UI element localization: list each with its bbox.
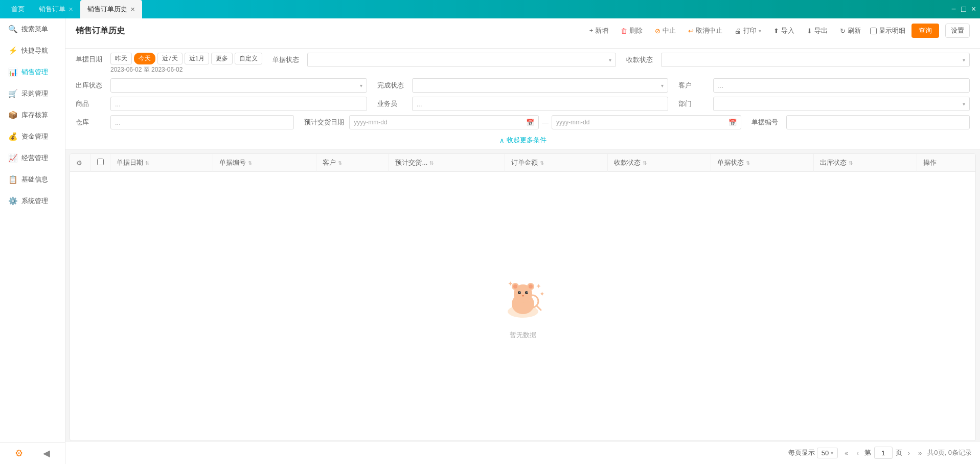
- date-btn-7days[interactable]: 近7天: [157, 53, 183, 64]
- svg-point-9: [519, 292, 520, 293]
- operations-icon: 📈: [8, 153, 17, 163]
- basic-info-icon: 📋: [8, 175, 17, 184]
- sidebar-item-sales-mgmt[interactable]: 📊 销售管理: [0, 61, 65, 83]
- import-button[interactable]: ⬆ 导入: [770, 24, 797, 37]
- sidebar-item-basic-info[interactable]: 📋 基础信息: [0, 169, 65, 190]
- warehouse-filter: 仓库 ...: [76, 115, 294, 129]
- svg-point-8: [525, 291, 528, 294]
- new-button[interactable]: + 新增: [586, 24, 611, 37]
- empty-illustration: ✦ ✦ ✦: [497, 273, 549, 324]
- completion-status-arrow-icon: ▾: [661, 83, 664, 89]
- col-payment-status-sort[interactable]: 收款状态 ⇅: [614, 158, 704, 167]
- department-select[interactable]: ▾: [713, 97, 970, 111]
- cancel-stop-button[interactable]: ↩ 取消中止: [685, 24, 725, 37]
- next-page-button[interactable]: ›: [905, 448, 913, 458]
- salesperson-input[interactable]: ...: [412, 97, 669, 111]
- tab-sales-order-history-close[interactable]: ✕: [130, 6, 135, 13]
- first-page-button[interactable]: «: [842, 448, 851, 458]
- filter-row-3: 商品 ... 业务员 ... 部门 ▾: [76, 97, 970, 111]
- delivery-date-end[interactable]: yyyy-mm-dd 📅: [552, 115, 741, 129]
- sidebar-item-finance[interactable]: 💰 资金管理: [0, 126, 65, 147]
- date-btn-1month[interactable]: 近1月: [185, 53, 210, 64]
- sidebar-collapse-icon[interactable]: ◀: [43, 448, 50, 459]
- display-detail-checkbox[interactable]: 显示明细: [870, 26, 905, 35]
- select-all-checkbox[interactable]: [97, 159, 104, 165]
- page-size-arrow-icon: ▾: [831, 450, 833, 456]
- display-detail-check[interactable]: [870, 28, 877, 34]
- customer-input[interactable]: ...: [713, 78, 970, 93]
- delivery-status-label: 出库状态: [76, 81, 106, 90]
- maximize-btn[interactable]: □: [961, 5, 966, 14]
- sidebar-item-purchase-mgmt[interactable]: 🛒 采购管理: [0, 83, 65, 104]
- completion-status-select[interactable]: ▾: [412, 78, 669, 93]
- order-number-filter: 单据编号: [751, 115, 970, 129]
- prev-page-button[interactable]: ‹: [854, 448, 861, 458]
- col-number-sort[interactable]: 单据编号 ⇅: [219, 158, 310, 167]
- col-customer-sort[interactable]: 客户 ⇅: [323, 158, 383, 167]
- order-status-select[interactable]: ▾: [307, 53, 616, 67]
- sidebar-item-search-menu[interactable]: 🔍 搜索菜单: [0, 18, 65, 40]
- refresh-button[interactable]: ↻ 刷新: [837, 24, 864, 37]
- sidebar-item-system-mgmt[interactable]: ⚙️ 系统管理: [0, 190, 65, 212]
- customer-label: 客户: [678, 81, 709, 90]
- svg-point-11: [522, 295, 524, 296]
- tab-home[interactable]: 首页: [4, 0, 32, 18]
- date-filter: 单据日期 昨天 今天 近7天 近1月 更多 自定义 2023-06-02 至 2…: [76, 53, 262, 74]
- settings-button[interactable]: 设置: [945, 24, 970, 38]
- export-button[interactable]: ⬇ 导出: [804, 24, 831, 37]
- col-order-status: 单据状态 ⇅: [711, 154, 814, 172]
- col-expected-delivery-sort-icon: ⇅: [429, 160, 434, 166]
- tab-sales-order-history[interactable]: 销售订单历史 ✕: [80, 0, 142, 18]
- system-mgmt-icon: ⚙️: [8, 196, 17, 206]
- calendar-start-icon: 📅: [526, 119, 534, 126]
- col-order-amount-sort-icon: ⇅: [540, 160, 544, 166]
- collapse-bar[interactable]: ∧ 收起更多条件: [76, 134, 970, 147]
- inventory-icon: 📦: [8, 111, 17, 120]
- date-btn-custom[interactable]: 自定义: [235, 53, 262, 64]
- order-number-input[interactable]: [786, 115, 970, 129]
- col-order-amount-sort[interactable]: 订单金额 ⇅: [511, 158, 602, 167]
- date-filter-label: 单据日期: [76, 53, 106, 64]
- minimize-btn[interactable]: −: [951, 5, 956, 14]
- sidebar-item-inventory[interactable]: 📦 库存核算: [0, 104, 65, 126]
- filter-row-4: 仓库 ... 预计交货日期 yyyy-mm-dd 📅 — yyyy: [76, 115, 970, 129]
- tab-sales-order-close[interactable]: ✕: [69, 6, 73, 13]
- date-btn-today[interactable]: 今天: [134, 53, 155, 64]
- col-expected-delivery-sort[interactable]: 预计交货... ⇅: [395, 158, 498, 167]
- date-btn-more[interactable]: 更多: [211, 53, 233, 64]
- total-records-text: 共0页, 0条记录: [927, 448, 972, 457]
- date-btn-yesterday[interactable]: 昨天: [110, 53, 132, 64]
- delivery-date-start[interactable]: yyyy-mm-dd 📅: [349, 115, 539, 129]
- last-page-button[interactable]: »: [916, 448, 924, 458]
- table-settings-icon[interactable]: ⚙: [76, 159, 82, 167]
- print-button[interactable]: 🖨 打印 ▾: [732, 24, 764, 37]
- col-expected-delivery: 预计交货... ⇅: [389, 154, 505, 172]
- warehouse-input[interactable]: ...: [110, 115, 294, 129]
- page-number-input[interactable]: [874, 447, 893, 459]
- delivery-status-select[interactable]: ▾: [110, 78, 367, 93]
- sidebar-item-quick-nav[interactable]: ⚡ 快捷导航: [0, 40, 65, 61]
- col-delivery-status-sort[interactable]: 出库状态 ⇅: [820, 158, 910, 167]
- payment-status-label: 收款状态: [626, 55, 657, 64]
- stop-button[interactable]: ⊘ 中止: [652, 24, 679, 37]
- toolbar: + 新增 🗑 删除 ⊘ 中止 ↩ 取消中止 🖨: [586, 24, 970, 38]
- product-input[interactable]: ...: [110, 97, 367, 111]
- col-order-status-sort[interactable]: 单据状态 ⇅: [717, 158, 808, 167]
- delete-button[interactable]: 🗑 删除: [618, 24, 646, 37]
- tab-sales-order[interactable]: 销售订单 ✕: [32, 0, 80, 18]
- close-btn[interactable]: ×: [971, 5, 976, 14]
- page-title: 销售订单历史: [76, 26, 125, 36]
- data-table: ⚙ 单据日期 ⇅: [70, 154, 975, 172]
- svg-point-7: [518, 291, 521, 294]
- page-title-row: 销售订单历史 + 新增 🗑 删除 ⊘ 中止 ↩ 取消中止: [76, 24, 970, 38]
- search-menu-icon: 🔍: [8, 25, 17, 34]
- sidebar-settings-icon[interactable]: ⚙: [15, 448, 23, 459]
- query-button[interactable]: 查询: [911, 24, 939, 38]
- order-status-filter: 单据状态 ▾: [272, 53, 616, 67]
- page-size-dropdown[interactable]: 50 ▾: [817, 448, 838, 458]
- col-date-sort[interactable]: 单据日期 ⇅: [117, 158, 207, 167]
- payment-status-select[interactable]: ▾: [661, 53, 970, 67]
- sidebar-item-operations[interactable]: 📈 经营管理: [0, 147, 65, 169]
- svg-text:✦: ✦: [539, 290, 545, 298]
- svg-point-10: [527, 292, 528, 293]
